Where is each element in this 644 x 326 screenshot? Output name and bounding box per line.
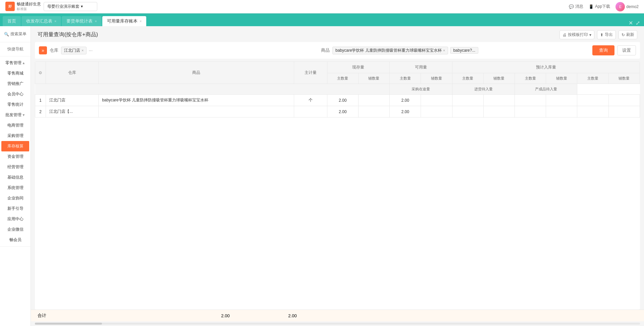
- product-tag-1-close[interactable]: ×: [443, 48, 445, 52]
- th-warehouse: 仓库: [46, 62, 99, 84]
- th-available: 可用量: [390, 62, 452, 73]
- refresh-btn[interactable]: ↻ 刷新: [619, 30, 637, 39]
- maximize-icon[interactable]: ⤢: [636, 20, 640, 26]
- avatar: E: [615, 2, 625, 11]
- search-menu-btn[interactable]: 🔍 搜索菜单: [3, 30, 28, 39]
- sidebar-item-new-guide[interactable]: 新手引导: [0, 203, 31, 214]
- sidebar-item-wholesale[interactable]: 批发管理 ▼: [0, 110, 31, 120]
- sidebar-item-member-label: 会员中心: [7, 91, 23, 97]
- tab-receipt-summary-close[interactable]: ×: [54, 19, 56, 23]
- settings-gear-icon[interactable]: ⚙: [39, 71, 42, 75]
- table-header-row-1: ⚙ 仓库 商品 主计量 现存量 可用量 预计入库量: [35, 62, 640, 73]
- query-button[interactable]: 查询: [592, 45, 614, 55]
- sidebar-item-retail-mgmt-label: 零售管理: [5, 60, 21, 66]
- th-avail-main: 主数量: [390, 73, 421, 84]
- th-spacer: [35, 84, 390, 95]
- product-tag-1[interactable]: babycare学饮杯 儿童防摔防撞吸管杯重力球吸嘴杯宝宝水杯 ×: [332, 47, 448, 54]
- sidebar-item-retail-mall-label: 零售商城: [7, 71, 23, 76]
- scroll-thumb[interactable]: [35, 323, 102, 325]
- sidebar-item-wholesale-label: 批发管理: [5, 112, 21, 118]
- sidebar-item-purchase[interactable]: 采购管理: [0, 131, 31, 141]
- sidebar-item-finance[interactable]: 资金管理: [0, 151, 31, 162]
- message-btn[interactable]: 💬 消息: [569, 4, 583, 9]
- filter-expand-btn[interactable]: »: [39, 46, 47, 54]
- sidebar-item-enterprise-wechat[interactable]: 企业微信: [0, 224, 31, 235]
- message-label: 消息: [575, 4, 583, 9]
- filter-actions: 查询 设置: [592, 45, 636, 55]
- th-stock-aux: 辅数量: [358, 73, 389, 84]
- sidebar-item-ecommerce[interactable]: 电商管理: [0, 120, 31, 131]
- td-ip-main-1: [515, 95, 546, 106]
- sidebar-item-operations[interactable]: 经营管理: [0, 162, 31, 172]
- tab-order-stats-close[interactable]: ×: [95, 19, 97, 23]
- sidebar-item-retail-mgmt[interactable]: 零售管理 ▲: [0, 58, 31, 68]
- sidebar-item-vip-label: 畅会员: [9, 237, 21, 243]
- tab-available-stock[interactable]: 可用量库存账本 ×: [102, 16, 146, 26]
- product-tag-1-text: babycare学饮杯 儿童防摔防撞吸管杯重力球吸嘴杯宝宝水杯: [335, 48, 442, 53]
- horizontal-scrollbar[interactable]: [35, 323, 640, 325]
- sidebar-item-retail-stats[interactable]: 零售统计: [0, 99, 31, 110]
- warehouse-label: 仓库: [50, 47, 58, 53]
- tab-receipt-summary-label: 收发存汇总表: [26, 18, 52, 24]
- td-pt-aux-1: [483, 95, 515, 106]
- sidebar-item-new-guide-label: 新手引导: [7, 206, 23, 212]
- sidebar-item-app-center-label: 应用中心: [7, 216, 23, 222]
- main-layout: 🔍 搜索菜单 快捷导航 零售管理 ▲ 零售商城 营销推广 会员中心: [0, 26, 644, 326]
- td-unit-2: [294, 106, 327, 118]
- th-purchase-transit: 采购在途量: [390, 84, 452, 95]
- logo-area: 好 畅捷通好生意 标准版: [5, 2, 41, 11]
- page-title: 可用量查询(按仓库+商品): [38, 31, 98, 38]
- sidebar-nav: 快捷导航: [0, 42, 31, 56]
- td-ip-aux-1: [546, 95, 577, 106]
- setting-button[interactable]: 设置: [617, 45, 636, 55]
- sidebar-item-retail-mall[interactable]: 零售商城: [0, 68, 31, 79]
- td-pt-aux-2: [483, 106, 515, 118]
- product-tag-2[interactable]: babycare?...: [450, 47, 478, 54]
- refresh-icon: ↻: [622, 33, 625, 37]
- tab-receipt-summary[interactable]: 收发存汇总表 ×: [21, 16, 61, 26]
- warehouse-tags: 江北门店 × ···: [61, 47, 318, 54]
- org-name: 母婴行业演示账套: [47, 4, 79, 9]
- td-pt-main-1: [452, 95, 483, 106]
- th-product: 商品: [99, 62, 294, 84]
- logo-text-area: 畅捷通好生意 标准版: [17, 2, 41, 11]
- sidebar-item-vip[interactable]: 畅会员: [0, 235, 31, 245]
- user-area[interactable]: E demo2: [615, 2, 639, 11]
- warehouse-tag[interactable]: 江北门店 ×: [61, 47, 87, 54]
- footer-label: 合计: [38, 313, 205, 319]
- td-index-2: 2: [35, 106, 46, 118]
- export-btn[interactable]: ⬆ 导出: [597, 30, 616, 39]
- sidebar-item-member[interactable]: 会员中心: [0, 89, 31, 99]
- product-tags: babycare学饮杯 儿童防摔防撞吸管杯重力球吸嘴杯宝宝水杯 × babyca…: [332, 47, 590, 54]
- sidebar-quick-nav[interactable]: 快捷导航: [0, 44, 31, 54]
- td-pp-main-2: [577, 106, 608, 118]
- close-tab-icon[interactable]: ✕: [629, 20, 633, 26]
- warehouse-more[interactable]: ···: [89, 48, 93, 53]
- search-icon: 🔍: [4, 32, 9, 37]
- org-selector[interactable]: 母婴行业演示账套 ▾: [44, 2, 97, 11]
- print-btn[interactable]: 🖨 按模板打印 ▾: [559, 30, 594, 39]
- sidebar-item-marketing[interactable]: 营销推广: [0, 79, 31, 89]
- warehouse-tag-close[interactable]: ×: [82, 48, 84, 52]
- tab-available-stock-close[interactable]: ×: [140, 19, 142, 23]
- th-current-stock: 现存量: [327, 62, 389, 73]
- td-pp-aux-2: [608, 106, 640, 118]
- chevron-down-icon: ▾: [81, 4, 83, 9]
- app-download-btn[interactable]: 📱 App下载: [589, 4, 610, 9]
- sidebar-item-enterprise-collab[interactable]: 企业协同: [0, 193, 31, 203]
- top-bar-left: 好 畅捷通好生意 标准版 母婴行业演示账套 ▾: [5, 2, 97, 11]
- expand-icon: »: [42, 48, 44, 53]
- table-container: ⚙ 仓库 商品 主计量 现存量 可用量 预计入库量 主数量 辅数量 主数量 辅数…: [35, 61, 640, 310]
- td-index-1: 1: [35, 95, 46, 106]
- sidebar-item-app-center[interactable]: 应用中心: [0, 214, 31, 224]
- tab-home-label: 首页: [7, 18, 16, 24]
- tab-order-stats[interactable]: 要货单统计表 ×: [62, 16, 101, 26]
- sidebar-item-inventory[interactable]: 库存核算: [1, 141, 29, 151]
- export-icon: ⬆: [600, 33, 603, 37]
- sidebar-item-basics[interactable]: 基础信息: [0, 172, 31, 183]
- app-download-label: App下载: [595, 4, 610, 9]
- sidebar-item-system[interactable]: 系统管理: [0, 183, 31, 193]
- td-stock-main-1: 2.00: [327, 95, 358, 106]
- print-label: 按模板打印: [568, 32, 588, 38]
- tab-home[interactable]: 首页: [3, 16, 21, 26]
